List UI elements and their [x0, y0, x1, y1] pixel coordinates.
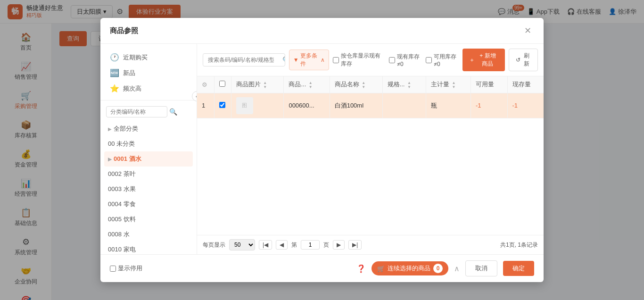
add-product-button[interactable]: ＋ + 新增商品 — [462, 49, 505, 71]
quick-link-recent[interactable]: 🕐 近期购买 — [106, 50, 191, 65]
page-number-input[interactable] — [301, 240, 320, 250]
category-all-label: 全部分类 — [114, 125, 138, 133]
next-page-button[interactable]: ▶ — [333, 240, 345, 250]
pagination-bar: 每页显示 10 20 50 100 |◀ ◀ 第 页 ▶ ▶| 共1页, 1条记… — [197, 235, 544, 254]
modal-header: 商品参照 ✕ — [100, 18, 544, 44]
refresh-icon: ↺ — [516, 57, 520, 63]
col-image: 商品图片 ▲▼ — [231, 76, 284, 93]
bottom-right-actions: ❓ 🛒 连续选择的商品 0 ∧ 取消 确定 — [356, 260, 534, 276]
cancel-button[interactable]: 取消 — [465, 260, 497, 276]
arrow-all: ▶ — [108, 126, 112, 132]
warehouse-checkbox-text: 按仓库显示现有库存 — [341, 52, 386, 68]
add-product-label: + 新增商品 — [477, 52, 498, 68]
category-0003-label: 0003 水果 — [108, 185, 136, 193]
row-num: 1 — [197, 93, 214, 118]
sort-spec: ▲▼ — [407, 81, 411, 89]
row-spec — [382, 93, 426, 118]
quick-link-frequent[interactable]: ⭐ 频次高 — [106, 81, 191, 96]
product-search-box: 🔍 — [203, 53, 285, 67]
category-0005[interactable]: 0005 饮料 — [104, 212, 193, 227]
category-search-input[interactable] — [106, 106, 167, 117]
col-available: 可用量 — [471, 76, 507, 93]
stock-ne0-checkbox-label[interactable]: 现有库存≠0 — [389, 53, 422, 67]
plus-icon: ＋ — [469, 56, 475, 64]
modal-toolbar: 🔍 ▼ 更多条件 ∧ 按仓库显示现有库存 现有库存≠0 — [197, 44, 544, 76]
col-checkbox — [214, 76, 231, 93]
usable-ne0-text: 可用库存≠0 — [434, 53, 459, 67]
row-stock: -1 — [507, 93, 544, 118]
col-stock: 现存量 — [507, 76, 544, 93]
category-0002-label: 0002 茶叶 — [108, 170, 136, 178]
filter-collapse-icon: ∧ — [321, 57, 325, 63]
select-all-checkbox[interactable] — [219, 81, 225, 87]
new-label: 新品 — [123, 69, 135, 77]
product-table-wrapper: ⚙ 商品图片 ▲▼ 商品... — [197, 76, 544, 235]
product-search-icon[interactable]: 🔍 — [279, 54, 285, 66]
col-spec: 规格... ▲▼ — [382, 76, 426, 93]
product-image-placeholder: 图 — [236, 97, 253, 114]
product-search-input[interactable] — [203, 54, 279, 66]
cart-badge[interactable]: 🛒 连续选择的商品 0 — [372, 261, 448, 275]
modal-close-button[interactable]: ✕ — [521, 25, 534, 37]
modal-bottom-bar: 显示停用 ❓ 🛒 连续选择的商品 0 ∧ 取消 确定 — [100, 254, 544, 282]
sort-name: ▲▼ — [362, 81, 365, 89]
show-disabled-checkbox[interactable] — [110, 266, 116, 272]
category-list: ▶ 全部分类 00 未分类 ▶ 0001 酒水 0002 茶叶 0003 水果 — [100, 121, 197, 254]
new-icon: 🆕 — [110, 68, 119, 77]
prev-page-button[interactable]: ◀ — [276, 240, 288, 250]
category-00[interactable]: 00 未分类 — [104, 136, 193, 151]
category-0001[interactable]: ▶ 0001 酒水 — [104, 151, 193, 167]
help-icon[interactable]: ❓ — [356, 264, 366, 273]
warehouse-checkbox[interactable] — [333, 57, 339, 63]
warehouse-checkbox-label[interactable]: 按仓库显示现有库存 — [333, 52, 386, 68]
table-settings-icon[interactable]: ⚙ — [202, 81, 207, 88]
sort-image: ▲▼ — [263, 81, 267, 89]
product-reference-modal: 商品参照 ✕ 🕐 近期购买 🆕 新品 ⭐ 频次高 — [100, 18, 544, 282]
table-row[interactable]: 1 图 000600... 白酒100ml 瓶 — [197, 93, 544, 118]
refresh-button[interactable]: ↺ 刷新 — [509, 49, 538, 71]
filter-label: 更多条件 — [300, 52, 319, 68]
recent-label: 近期购买 — [123, 53, 148, 62]
per-page-select[interactable]: 10 20 50 100 — [229, 239, 255, 250]
category-0004[interactable]: 0004 零食 — [104, 197, 193, 212]
table-header-row: ⚙ 商品图片 ▲▼ 商品... — [197, 76, 544, 93]
row-available: -1 — [471, 93, 507, 118]
row-checkbox-cell — [214, 93, 231, 118]
category-0008-label: 0008 水 — [108, 230, 130, 239]
recent-icon: 🕐 — [110, 53, 119, 62]
row-unit: 瓶 — [426, 93, 471, 118]
modal-left-panel: 🕐 近期购买 🆕 新品 ⭐ 频次高 « — [100, 44, 197, 254]
row-checkbox[interactable] — [219, 102, 225, 108]
modal-body: 🕐 近期购买 🆕 新品 ⭐ 频次高 « — [100, 44, 544, 254]
product-table: ⚙ 商品图片 ▲▼ 商品... — [197, 76, 544, 118]
category-0003[interactable]: 0003 水果 — [104, 182, 193, 197]
first-page-button[interactable]: |◀ — [259, 240, 272, 250]
category-search-area: 🔍 — [100, 104, 197, 121]
usable-ne0-checkbox[interactable] — [426, 57, 432, 63]
show-disabled-label[interactable]: 显示停用 — [110, 264, 142, 273]
category-0004-label: 0004 零食 — [108, 200, 136, 208]
last-page-button[interactable]: ▶| — [348, 240, 362, 250]
filter-button[interactable]: ▼ 更多条件 ∧ — [289, 50, 329, 70]
category-0008[interactable]: 0008 水 — [104, 227, 193, 242]
refresh-label: 刷新 — [522, 52, 531, 68]
collapse-cart-icon[interactable]: ∧ — [454, 264, 460, 273]
quick-links-section: 🕐 近期购买 🆕 新品 ⭐ 频次高 — [100, 50, 197, 96]
col-settings: ⚙ — [197, 76, 214, 93]
category-0005-label: 0005 饮料 — [108, 215, 136, 224]
category-0010-label: 0010 家电 — [108, 245, 136, 254]
per-page-label: 每页显示 — [203, 241, 225, 249]
col-unit: 主计量 ▲▼ — [426, 76, 471, 93]
category-00-label: 00 未分类 — [108, 140, 135, 148]
confirm-button[interactable]: 确定 — [503, 261, 534, 276]
quick-link-new[interactable]: 🆕 新品 — [106, 65, 191, 81]
cart-count: 0 — [433, 264, 443, 273]
stock-ne0-checkbox[interactable] — [389, 57, 395, 63]
usable-ne0-checkbox-label[interactable]: 可用库存≠0 — [426, 53, 459, 67]
category-0001-label: 0001 酒水 — [114, 155, 141, 163]
category-0002[interactable]: 0002 茶叶 — [104, 167, 193, 182]
category-0010[interactable]: 0010 家电 — [104, 242, 193, 254]
category-search-icon[interactable]: 🔍 — [169, 108, 177, 116]
category-all[interactable]: ▶ 全部分类 — [104, 121, 193, 136]
frequent-label: 频次高 — [123, 84, 141, 93]
